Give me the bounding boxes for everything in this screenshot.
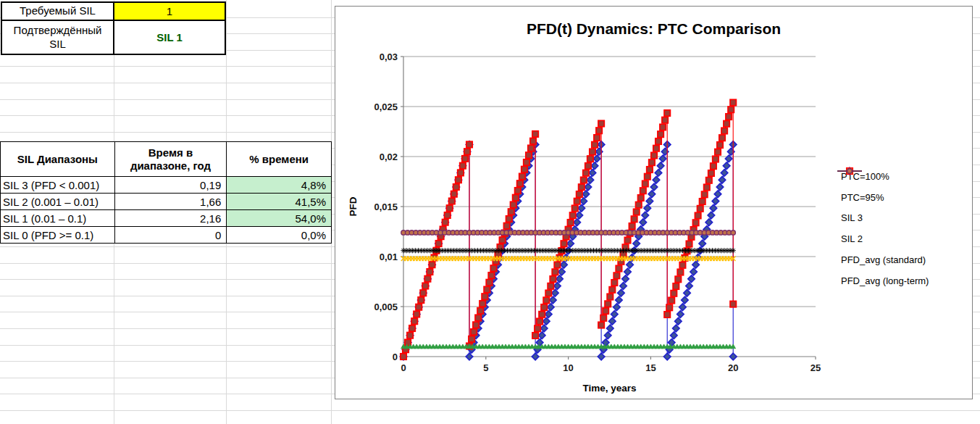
- time-cell[interactable]: 2,16: [115, 210, 227, 227]
- range-cell[interactable]: SIL 3 (PFD < 0.001): [1, 177, 115, 194]
- axes: 00,0050,010,0150,020,0250,030510152025: [374, 51, 821, 374]
- legend-label: SIL 3: [841, 212, 863, 223]
- legend-marker-circle-icon: [837, 166, 863, 176]
- x-tick-label: 10: [563, 362, 573, 373]
- time-header-cell[interactable]: Время в диапазоне, год: [115, 142, 227, 177]
- legend-item-ptc-95[interactable]: PTC=95%: [837, 187, 929, 208]
- required-sil-label-cell[interactable]: Требуемый SIL: [2, 3, 114, 20]
- table-row: SIL 3 (PFD < 0.001) 0,19 4,8%: [1, 177, 332, 194]
- x-tick-label: 20: [728, 362, 738, 373]
- pct-header-cell[interactable]: % времени: [227, 142, 332, 177]
- confirmed-sil-value-cell[interactable]: SIL 1: [114, 21, 225, 54]
- gridlines: [403, 57, 816, 307]
- time-cell[interactable]: 1,66: [115, 194, 227, 210]
- range-cell[interactable]: SIL 0 (PFD >= 0.1): [1, 227, 115, 244]
- x-tick-label: 5: [483, 362, 488, 373]
- legend-label: PFD_avg (long-term): [841, 275, 929, 286]
- legend-item-sil-2[interactable]: SIL 2: [837, 228, 929, 249]
- range-cell[interactable]: SIL 1 (0.01 – 0.1): [1, 210, 115, 227]
- pct-cell[interactable]: 4,8%: [227, 177, 332, 194]
- pfd-chart-area[interactable]: 00,0050,010,0150,020,0250,030510152025 P…: [335, 6, 973, 399]
- y-tick-label: 0,02: [380, 151, 398, 162]
- sil-ranges-table: SIL Диапазоны Время в диапазоне, год % в…: [0, 141, 332, 244]
- chart-legend: PTC=100%PTC=95%SIL 3SIL 2PFD_avg (standa…: [837, 166, 929, 291]
- legend-label: PFD_avg (standard): [841, 254, 926, 265]
- series-pfd-avg-standard[interactable]: [401, 248, 735, 253]
- x-axis-title[interactable]: Time, years: [403, 383, 816, 394]
- ranges-header-cell[interactable]: SIL Диапазоны: [1, 142, 115, 177]
- sil-summary-table: Требуемый SIL 1 Подтверждённый SIL SIL 1: [1, 1, 226, 55]
- legend-label: PTC=95%: [841, 192, 884, 203]
- y-tick-label: 0,005: [374, 302, 398, 312]
- y-axis-title[interactable]: PFD: [348, 197, 359, 217]
- y-tick-label: 0: [393, 352, 398, 362]
- series-ptc-95[interactable]: [401, 99, 737, 359]
- legend-label: SIL 2: [841, 233, 863, 244]
- range-cell[interactable]: SIL 2 (0.001 – 0.01): [1, 194, 115, 210]
- series-sil-3[interactable]: [401, 344, 736, 349]
- y-tick-label: 0,015: [374, 201, 398, 212]
- required-sil-value-cell[interactable]: 1: [114, 3, 225, 20]
- confirmed-sil-label-cell[interactable]: Подтверждённый SIL: [2, 21, 114, 54]
- time-cell[interactable]: 0: [115, 227, 227, 244]
- table-row: SIL 2 (0.001 – 0.01) 1,66 41,5%: [1, 194, 332, 210]
- y-tick-label: 0,03: [380, 51, 398, 62]
- table-row: SIL 1 (0.01 – 0.1) 2,16 54,0%: [1, 210, 332, 227]
- legend-item-pfd-avg-long-term[interactable]: PFD_avg (long-term): [837, 270, 929, 291]
- legend-item-sil-3[interactable]: SIL 3: [837, 208, 929, 229]
- pct-cell[interactable]: 0,0%: [227, 227, 332, 244]
- x-tick-label: 25: [811, 362, 821, 373]
- x-tick-label: 15: [645, 362, 656, 373]
- chart-title[interactable]: PFD(t) Dynamics: PTC Comparison: [335, 20, 972, 38]
- table-row: SIL 0 (PFD >= 0.1) 0 0,0%: [1, 227, 332, 244]
- y-tick-label: 0,01: [380, 252, 398, 262]
- time-cell[interactable]: 0,19: [115, 177, 227, 194]
- series-pfd-avg-long-term[interactable]: [401, 230, 736, 235]
- pct-cell[interactable]: 41,5%: [227, 194, 332, 210]
- y-tick-label: 0,025: [374, 101, 398, 112]
- legend-item-pfd-avg-standard[interactable]: PFD_avg (standard): [837, 249, 929, 270]
- x-tick-label: 0: [401, 362, 406, 373]
- pct-cell[interactable]: 54,0%: [227, 210, 332, 227]
